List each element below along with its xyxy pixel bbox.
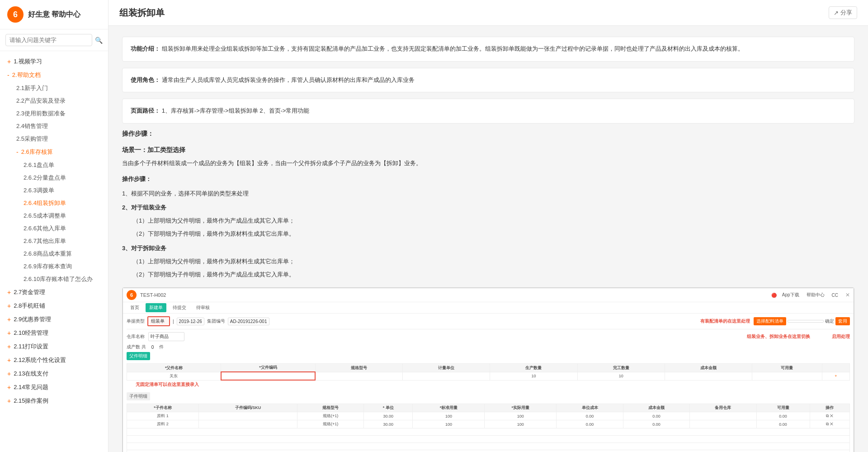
sidebar-section-label: 2.11打印设置 (14, 343, 48, 351)
bom-input[interactable] (788, 320, 824, 323)
step2-2-text: （2）下部明细为子件明细，最终作为原材料生成其它出库单。 (133, 228, 854, 240)
delete-icon[interactable]: ✕ (830, 422, 833, 426)
path-box: 页面路径： 1、库存核算->库存管理->组装拆卸单 2、首页->常用功能 (122, 99, 854, 124)
copy-icon[interactable]: ⧉ (826, 422, 829, 426)
th-cost: 成本金额 (665, 364, 752, 372)
annotation-enable: 启用处理 (832, 333, 850, 340)
apply-btn[interactable]: 套用 (835, 317, 850, 325)
share-label: 分享 (840, 9, 852, 17)
share-icon: ↗ (834, 10, 839, 16)
sidebar-item-mobile[interactable]: + 2.8手机旺铺 (0, 299, 108, 313)
share-button[interactable]: ↗ 分享 (829, 6, 857, 19)
count-label: 成产数 共 (127, 344, 146, 350)
close-icon[interactable]: ✕ (845, 292, 850, 298)
sidebar-item-stock-ledger[interactable]: 2.6.9库存账本查询 (0, 260, 108, 273)
td-c-available: 0.00 (756, 420, 810, 428)
td-done-qty: 10 (577, 372, 665, 380)
sidebar-item-cases[interactable]: + 2.15操作案例 (0, 394, 108, 408)
plus-icon: + (7, 289, 11, 296)
th-unit: 计量单位 (402, 364, 490, 372)
app-window: 6 TEST-H002 🔴 App下载 帮助中心 CC ✕ 首页 新建单 待提交 (123, 288, 854, 452)
sidebar-item-cost-adjust[interactable]: 2.6.5成本调整单 (0, 209, 108, 222)
sidebar-item-data-prep[interactable]: 2.3使用前数据准备 (0, 107, 108, 120)
td-code (221, 372, 315, 380)
td-c-op[interactable]: ⧉ ✕ (810, 420, 850, 428)
sidebar-item-print[interactable]: + 2.11打印设置 (0, 340, 108, 353)
sidebar-item-cost-recalc[interactable]: 2.6.8商品成本重算 (0, 247, 108, 260)
td-c-unit: 30.00 (364, 420, 413, 428)
type-input[interactable]: 组装单 (147, 316, 170, 326)
app-nav-new[interactable]: 新建单 (146, 303, 166, 312)
role-text: 通常由生产人员或库管人员完成拆装业务的操作，库管人员确认原材料的出库和产成品的入… (162, 76, 415, 83)
date-input[interactable]: 2019-12-26 (177, 318, 204, 325)
td-c-std-qty: 100 (413, 412, 485, 420)
steps-label: 操作步骤： (122, 130, 854, 138)
sidebar-item-stock-error[interactable]: 2.6.10库存账本错了怎么办 (0, 273, 108, 285)
td-cost (665, 372, 752, 380)
sidebar-item-inventory[interactable]: - 2.6库存核算 (0, 145, 108, 159)
td-c-cost-total: 0.00 (623, 412, 689, 420)
td-spec (315, 372, 402, 380)
warehouse-input[interactable]: 叶子商品 (148, 332, 184, 341)
sidebar-item-faq[interactable]: + 2.14常见问题 (0, 381, 108, 394)
annotation-free-bom-area: 无固定清单可以在这里直接录入 (127, 381, 850, 390)
sidebar-section-label: 2.15操作案例 (14, 397, 48, 405)
td-c-cost-unit: 0.00 (557, 420, 623, 428)
table-row (127, 428, 850, 436)
sidebar-section-label: 2.13在线支付 (14, 370, 48, 378)
sidebar-item-assembly[interactable]: 2.6.4组装拆卸单 (0, 197, 108, 209)
td-c-op[interactable]: ⧉ ✕ (810, 412, 850, 420)
add-row-icon[interactable]: + (835, 374, 837, 378)
app-nav-bar: 首页 新建单 待提交 待审核 (123, 302, 854, 314)
th-c-code: 子件编码/SKU (198, 404, 297, 412)
sidebar-item-partial-stocktake[interactable]: 2.6.2分量盘点单 (0, 171, 108, 184)
intro-box: 功能介绍： 组装拆卸单用来处理企业组装或拆卸等加工业务，支持有固定装配清单的产品… (122, 37, 854, 62)
sidebar-item-stocktake[interactable]: 2.6.1盘点单 (0, 159, 108, 171)
table-row: 原料 1 规格(+1) 30.00 100 100 0.00 0.00 (127, 412, 850, 420)
sidebar-item-customization[interactable]: + 2.12系统个性化设置 (0, 353, 108, 367)
search-icon[interactable]: 🔍 (95, 37, 103, 44)
th-spec: 规格型号 (315, 364, 402, 372)
sidebar-section-label: 1.视频学习 (14, 57, 42, 66)
app-nav-pending-review[interactable]: 待审核 (193, 303, 213, 312)
app-icon-appstore: App下载 (782, 292, 799, 298)
form-right-group: 有装配清单的在这里处理 选择配料清单 确定 套用 (275, 317, 850, 325)
sidebar-item-purchase[interactable]: 2.5采购管理 (0, 133, 108, 145)
plus-icon: + (7, 343, 11, 350)
sidebar-item-finance[interactable]: + 2.7资金管理 (0, 285, 108, 299)
path-text: 1、库存核算->库存管理->组装拆卸单 2、首页->常用功能 (162, 107, 310, 114)
app-nav-home[interactable]: 首页 (127, 303, 143, 312)
bom-select-btn[interactable]: 选择配料清单 (754, 317, 786, 325)
sidebar-section-label: 2.12系统个性化设置 (14, 356, 66, 364)
sidebar-item-coupon[interactable]: + 2.9优惠券管理 (0, 313, 108, 326)
sidebar-item-management[interactable]: + 2.10经营管理 (0, 326, 108, 340)
td-c-actual-qty: 100 (485, 412, 557, 420)
sidebar-item-new-user[interactable]: 2.1新手入门 (0, 82, 108, 95)
copy-icon[interactable]: ⧉ (826, 414, 829, 418)
sidebar-item-sales[interactable]: 2.4销售管理 (0, 120, 108, 133)
page-title: 组装拆卸单 (119, 7, 165, 19)
no-input[interactable]: AD-20191226-001 (228, 318, 269, 325)
th-c-actual-qty: *实际用量 (485, 404, 557, 412)
child-table: *子件名称 子件编码/SKU 规格型号 * 单位 *标准用量 *实际用量 单位成… (127, 404, 850, 452)
plus-icon: + (7, 384, 11, 391)
sidebar-item-other-out[interactable]: 2.6.7其他出库单 (0, 235, 108, 247)
sidebar-item-other-in[interactable]: 2.6.6其他入库单 (0, 222, 108, 235)
minus-icon: - (16, 148, 19, 156)
search-input[interactable] (5, 34, 92, 46)
sidebar-item-payment[interactable]: + 2.13在线支付 (0, 367, 108, 381)
td-c-code (198, 412, 297, 420)
sidebar-section-label: 2.9优惠券管理 (14, 315, 51, 324)
table-row (127, 443, 850, 450)
sidebar-item-install[interactable]: 2.2产品安装及登录 (0, 95, 108, 107)
app-nav-pending-submit[interactable]: 待提交 (169, 303, 190, 312)
sidebar-item-video[interactable]: + 1.视频学习 (0, 55, 108, 68)
sidebar-item-transfer[interactable]: 2.6.3调拨单 (0, 184, 108, 197)
td-c-name: 原料 1 (127, 412, 199, 420)
td-c-cost-unit: 0.00 (557, 412, 623, 420)
sidebar-item-docs[interactable]: - 2.帮助文档 (0, 68, 108, 82)
delete-icon[interactable]: ✕ (830, 414, 833, 418)
type-label: 单据类型 (127, 318, 145, 324)
table-row (127, 436, 850, 443)
parent-table-header: 父件明细 (127, 352, 150, 360)
